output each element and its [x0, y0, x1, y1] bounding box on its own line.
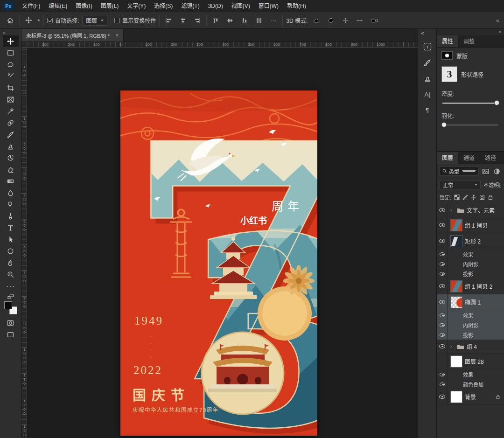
checkbox-icon[interactable] — [114, 18, 120, 23]
layer-name[interactable]: 椭圆 1 — [465, 298, 481, 306]
layer-name[interactable]: 组 4 — [467, 342, 477, 350]
layer-name[interactable]: 背景 — [465, 393, 476, 401]
visibility-toggle[interactable] — [437, 269, 448, 278]
align-horizontal-center-icon[interactable] — [177, 15, 189, 26]
lock-pixels-icon[interactable] — [462, 195, 468, 200]
effects-label[interactable]: 效果 — [463, 250, 473, 258]
pixel-filter-icon[interactable] — [481, 167, 490, 176]
screen-mode-icon[interactable] — [3, 329, 19, 341]
layer-name[interactable]: 组 1 拷贝 2 — [465, 282, 492, 290]
visibility-toggle[interactable] — [437, 379, 448, 389]
tool-clone-stamp[interactable] — [3, 140, 19, 152]
tool-type[interactable] — [3, 222, 19, 234]
menu-edit[interactable]: 编辑(E) — [44, 0, 71, 12]
lock-position-icon[interactable] — [471, 195, 476, 200]
canvas-document[interactable]: 7 3 — [120, 90, 317, 436]
blend-mode-dropdown[interactable]: 正常 — [440, 180, 481, 189]
paragraph-panel-icon[interactable]: ¶ — [420, 104, 434, 117]
effects-label[interactable]: 效果 — [463, 312, 473, 319]
tool-lasso[interactable] — [3, 59, 19, 70]
3d-camera-icon[interactable] — [369, 15, 380, 26]
menu-layer[interactable]: 图层(L) — [97, 0, 123, 12]
menu-filter[interactable]: 滤镜(T) — [177, 0, 203, 12]
tab-paths[interactable]: 路径 — [480, 152, 501, 164]
layer-filter-dropdown[interactable]: 类型 — [440, 167, 479, 176]
brush-settings-panel-icon[interactable] — [420, 56, 434, 69]
effect-item-row[interactable]: 内阴影 — [437, 320, 504, 330]
tool-crop[interactable] — [3, 82, 19, 94]
effect-name[interactable]: 内阴影 — [463, 260, 478, 268]
close-tab-icon[interactable]: × — [115, 32, 119, 39]
tool-magic-wand[interactable] — [3, 70, 19, 82]
menu-3d[interactable]: 3D(D) — [204, 0, 227, 12]
menu-window[interactable]: 窗口(W) — [254, 0, 283, 12]
effect-item-row[interactable]: 内阴影 — [437, 259, 504, 269]
visibility-toggle[interactable] — [437, 310, 448, 320]
ruler-origin-corner[interactable] — [21, 42, 27, 48]
tool-rectangular-marquee[interactable] — [3, 47, 19, 59]
tool-zoom[interactable] — [3, 269, 19, 280]
tool-move[interactable] — [3, 35, 19, 47]
layer-thumbnail[interactable] — [450, 355, 462, 368]
effect-name[interactable]: 投影 — [463, 331, 473, 339]
layer-row-selected[interactable]: 椭圆 1 — [437, 294, 504, 310]
layer-row[interactable]: 组 1 拷贝 2 — [437, 278, 504, 294]
layer-row-group[interactable]: › 文字、元素 — [437, 203, 504, 217]
tool-blur[interactable] — [3, 187, 19, 199]
tool-hand[interactable] — [3, 257, 19, 269]
layer-row[interactable]: 组 1 拷贝 — [437, 217, 504, 233]
3d-pan-icon[interactable] — [340, 15, 351, 26]
clone-source-panel-icon[interactable] — [420, 72, 434, 85]
mask-thumbnail[interactable] — [441, 51, 453, 60]
align-left-icon[interactable] — [163, 15, 174, 26]
menu-file[interactable]: 文件(F) — [18, 0, 44, 12]
visibility-toggle[interactable] — [437, 233, 448, 249]
tool-gradient[interactable] — [3, 175, 19, 187]
align-vertical-center-icon[interactable] — [224, 15, 236, 26]
tool-eyedropper[interactable] — [3, 105, 19, 117]
visibility-toggle[interactable] — [437, 259, 448, 269]
vertical-ruler[interactable]: 100 0 100 200 300 400 500 600 700 800 90… — [21, 48, 27, 438]
effects-row[interactable]: 效果 — [437, 249, 504, 259]
effect-item-row[interactable]: 颜色叠加 — [437, 379, 504, 389]
tab-channels[interactable]: 通道 — [458, 152, 480, 164]
shape-path-row[interactable]: 3 形状路径 — [437, 63, 504, 85]
tool-spot-healing[interactable] — [3, 117, 19, 129]
density-slider[interactable] — [442, 99, 498, 107]
visibility-toggle[interactable] — [437, 203, 448, 217]
tab-adjustments[interactable]: 调整 — [458, 35, 480, 47]
menu-help[interactable]: 帮助(H) — [283, 0, 310, 12]
visibility-toggle[interactable] — [437, 369, 448, 379]
effect-name[interactable]: 投影 — [463, 270, 473, 278]
tool-brush[interactable] — [3, 129, 19, 140]
collapse-panels-icon[interactable]: « — [437, 29, 504, 35]
visibility-toggle[interactable] — [437, 320, 448, 330]
layer-row[interactable]: 图层 28 — [437, 354, 504, 369]
visibility-toggle[interactable] — [437, 217, 448, 233]
foreground-color-swatch[interactable] — [4, 301, 12, 309]
3d-slide-icon[interactable] — [354, 15, 365, 26]
tab-layers[interactable]: 图层 — [437, 152, 458, 164]
horizontal-ruler[interactable]: 300 200 100 0 100 200 300 400 500 600 70… — [27, 42, 418, 48]
effects-row[interactable]: 效果 — [437, 369, 504, 379]
effect-name[interactable]: 内阴影 — [463, 321, 478, 329]
align-right-icon[interactable] — [192, 15, 203, 26]
tool-eraser[interactable] — [3, 164, 19, 175]
visibility-toggle[interactable] — [437, 278, 448, 294]
visibility-toggle[interactable] — [437, 354, 448, 369]
feather-slider[interactable] — [442, 121, 498, 129]
layer-thumbnail[interactable] — [450, 235, 462, 247]
layer-row-group[interactable]: › 组 4 — [437, 340, 504, 354]
effects-label[interactable]: 效果 — [463, 371, 473, 378]
layer-name[interactable]: 图层 28 — [465, 357, 484, 365]
tool-history-brush[interactable] — [3, 152, 19, 164]
visibility-toggle[interactable] — [437, 389, 448, 404]
collapse-options-icon[interactable]: « — [496, 17, 499, 24]
visibility-toggle[interactable] — [437, 330, 448, 340]
lock-transparency-icon[interactable] — [454, 195, 460, 200]
shape-path-thumbnail[interactable]: 3 — [441, 66, 457, 82]
layer-thumbnail[interactable] — [450, 296, 462, 308]
layer-name[interactable]: 矩形 2 — [465, 237, 481, 245]
distribute-icon[interactable] — [253, 15, 265, 26]
effects-row[interactable]: 效果 — [437, 310, 504, 320]
